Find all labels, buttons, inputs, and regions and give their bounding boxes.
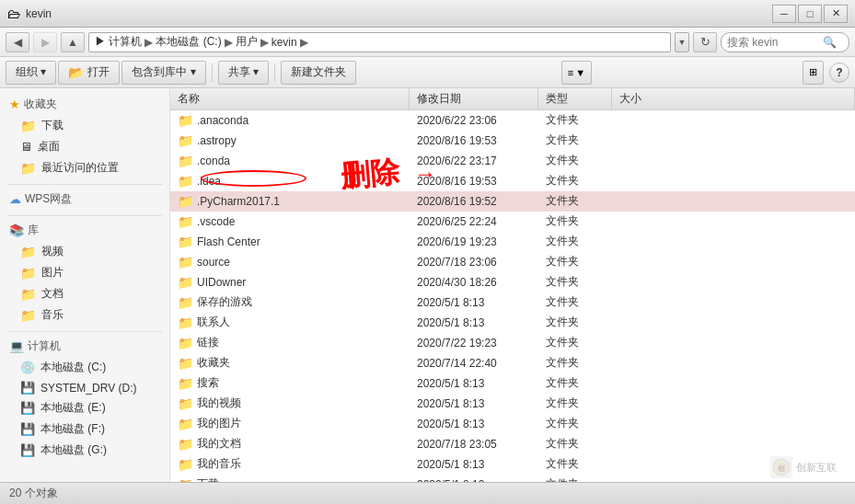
open-button[interactable]: 📂 打开 [58, 61, 120, 85]
help-button[interactable]: ? [829, 63, 849, 83]
wps-header[interactable]: ☁ WPS网盘 [0, 189, 169, 210]
wps-section: ☁ WPS网盘 [0, 189, 169, 210]
organize-button[interactable]: 组织 ▾ [6, 61, 56, 85]
sidebar-item-label: 视频 [41, 244, 64, 259]
minimize-button[interactable]: ─ [772, 5, 796, 23]
new-folder-button[interactable]: 新建文件夹 [281, 61, 356, 85]
file-row[interactable]: 📁 我的图片 2020/5/1 8:13 文件夹 [170, 414, 855, 434]
file-cell-date: 2020/7/22 19:23 [410, 333, 538, 352]
sidebar-item-label: 本地磁盘 (E:) [40, 400, 106, 416]
favorites-section: ★ 收藏夹 📁 下载 🖥 桌面 📁 最近访问的位置 [0, 94, 169, 178]
file-row[interactable]: 📁 .conda 2020/6/22 23:17 文件夹 [170, 151, 855, 171]
file-name: 搜索 [197, 375, 219, 391]
file-name: .astropy [197, 134, 237, 147]
back-button[interactable]: ◀ [6, 32, 29, 52]
sidebar-item-downloads[interactable]: 📁 下载 [0, 115, 169, 136]
sidebar-item-g-drive[interactable]: 💾 本地磁盘 (G:) [0, 440, 169, 461]
file-cell-type: 文件夹 [538, 151, 612, 170]
status-text: 20 个对象 [9, 486, 58, 501]
file-row[interactable]: 📁 Flash Center 2020/6/19 19:23 文件夹 [170, 232, 855, 252]
sidebar-item-d-drive[interactable]: 💾 SYSTEM_DRV (D:) [0, 378, 169, 397]
file-name: .conda [197, 155, 230, 167]
path-segment-c[interactable]: 本地磁盘 (C:) [156, 34, 221, 50]
view-size-button[interactable]: ⊞ [803, 61, 824, 85]
sidebar-item-music[interactable]: 📁 音乐 [0, 304, 169, 326]
search-input[interactable] [727, 36, 819, 49]
file-cell-type: 文件夹 [538, 353, 612, 372]
file-row[interactable]: 📁 收藏夹 2020/7/14 22:40 文件夹 [170, 353, 855, 373]
file-cell-name: 📁 搜索 [170, 373, 410, 393]
file-row[interactable]: 📁 我的视频 2020/5/1 8:13 文件夹 [170, 394, 855, 414]
file-list[interactable]: 📁 .anaconda 2020/6/22 23:06 文件夹 📁 .astro… [170, 110, 855, 482]
view-button[interactable]: ≡ ▼ [561, 61, 592, 85]
computer-header[interactable]: 💻 计算机 [0, 336, 169, 357]
file-row[interactable]: 📁 .PyCharm2017.1 2020/8/16 19:52 文件夹 [170, 191, 855, 212]
file-row[interactable]: 📁 搜索 2020/5/1 8:13 文件夹 [170, 373, 855, 394]
refresh-button[interactable]: ↻ [693, 32, 717, 52]
address-dropdown[interactable]: ▼ [675, 32, 689, 52]
sidebar-item-video[interactable]: 📁 视频 [0, 241, 169, 262]
close-button[interactable]: ✕ [824, 5, 848, 23]
col-header-date[interactable]: 修改日期 [410, 88, 538, 109]
sidebar-item-pictures[interactable]: 📁 图片 [0, 262, 169, 283]
file-row[interactable]: 📁 UIDowner 2020/4/30 18:26 文件夹 [170, 272, 855, 292]
library-header[interactable]: 📚 库 [0, 220, 169, 241]
favorites-header[interactable]: ★ 收藏夹 [0, 94, 169, 115]
file-row[interactable]: 📁 .anaconda 2020/6/22 23:06 文件夹 [170, 110, 855, 131]
sidebar-item-f-drive[interactable]: 💾 本地磁盘 (F:) [0, 418, 169, 440]
file-row[interactable]: 📁 .astropy 2020/8/16 19:53 文件夹 [170, 131, 855, 151]
file-cell-type: 文件夹 [538, 333, 612, 352]
file-cell-date: 2020/7/18 23:06 [410, 252, 538, 271]
path-segment-computer[interactable]: ▶ 计算机 [95, 34, 142, 50]
file-row[interactable]: 📁 .idea 2020/8/16 19:53 文件夹 [170, 171, 855, 191]
file-row[interactable]: 📁 我的文档 2020/7/18 23:05 文件夹 [170, 434, 855, 454]
file-cell-date: 2020/5/1 8:13 [410, 394, 538, 413]
file-row[interactable]: 📁 联系人 2020/5/1 8:13 文件夹 [170, 313, 855, 333]
library-label: 库 [28, 223, 39, 238]
folder-icon: 📁 [178, 154, 193, 168]
file-cell-size [612, 232, 855, 251]
search-box[interactable]: 🔍 [721, 32, 849, 52]
file-row[interactable]: 📁 保存的游戏 2020/5/1 8:13 文件夹 [170, 292, 855, 313]
col-header-name[interactable]: 名称 [170, 88, 410, 109]
maximize-button[interactable]: □ [798, 5, 822, 23]
sidebar-item-label: 下载 [41, 118, 64, 133]
file-name: 下载 [197, 476, 219, 482]
col-header-size[interactable]: 大小 [612, 88, 855, 109]
sidebar-item-recent[interactable]: 📁 最近访问的位置 [0, 157, 169, 178]
file-cell-date: 2020/6/19 19:23 [410, 232, 538, 251]
share-button[interactable]: 共享 ▾ [218, 61, 269, 85]
path-segment-kevin[interactable]: kevin [272, 36, 297, 49]
sidebar-item-documents[interactable]: 📁 文档 [0, 283, 169, 304]
file-row[interactable]: 📁 我的音乐 2020/5/1 8:13 文件夹 [170, 454, 855, 475]
col-header-type[interactable]: 类型 [538, 88, 612, 109]
search-icon[interactable]: 🔍 [823, 36, 837, 49]
address-path[interactable]: ▶ 计算机 ▶ 本地磁盘 (C:) ▶ 用户 ▶ kevin ▶ [88, 32, 671, 52]
computer-label: 计算机 [28, 338, 61, 354]
sidebar-item-label: 桌面 [38, 139, 60, 155]
path-segment-users[interactable]: 用户 [236, 34, 258, 50]
file-cell-date: 2020/4/30 18:26 [410, 272, 538, 292]
folder-icon: 📁 [178, 417, 193, 431]
file-cell-type: 文件夹 [538, 232, 612, 251]
folder-icon: 📁 [178, 396, 193, 411]
title-bar-left: 🗁 kevin [7, 6, 52, 21]
file-cell-type: 文件夹 [538, 394, 612, 413]
sidebar-item-label: 本地磁盘 (C:) [40, 360, 106, 375]
file-row[interactable]: 📁 source 2020/7/18 23:06 文件夹 [170, 252, 855, 272]
sidebar-item-e-drive[interactable]: 💾 本地磁盘 (E:) [0, 397, 169, 418]
file-row[interactable]: 📁 下载 2020/5/1 8:13 文件夹 [170, 475, 855, 482]
toolbar-separator [212, 63, 213, 82]
file-row[interactable]: 📁 .vscode 2020/6/25 22:24 文件夹 [170, 212, 855, 232]
file-cell-date: 2020/8/16 19:52 [410, 191, 538, 211]
file-cell-name: 📁 .PyCharm2017.1 [170, 191, 410, 211]
sidebar-item-desktop[interactable]: 🖥 桌面 [0, 136, 169, 157]
video-icon: 📁 [20, 245, 36, 259]
file-cell-date: 2020/7/14 22:40 [410, 353, 538, 372]
file-cell-type: 文件夹 [538, 292, 612, 312]
sidebar-item-c-drive[interactable]: 💿 本地磁盘 (C:) [0, 357, 169, 378]
up-button[interactable]: ▲ [61, 32, 85, 52]
include-button[interactable]: 包含到库中 ▾ [121, 61, 205, 85]
file-row[interactable]: 📁 链接 2020/7/22 19:23 文件夹 [170, 333, 855, 353]
forward-button[interactable]: ▶ [33, 32, 57, 52]
